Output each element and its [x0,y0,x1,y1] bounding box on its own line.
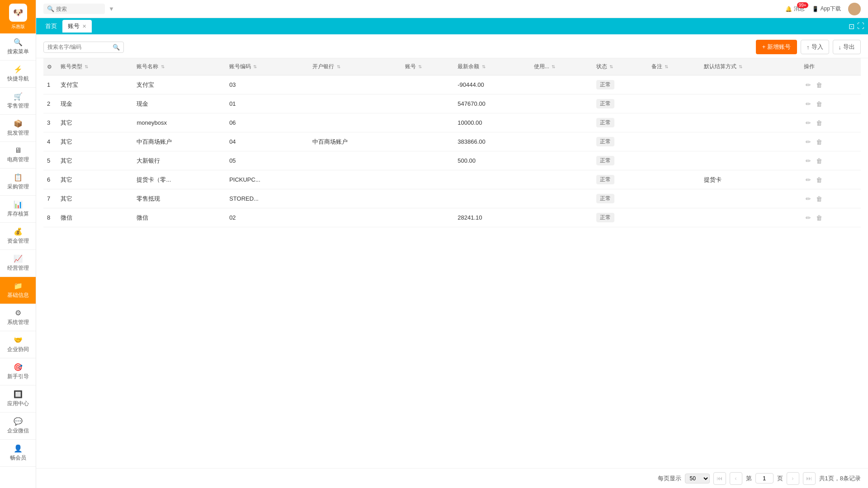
row-name: 零售抵现 [133,189,226,208]
message-button[interactable]: 🔔 消息 99+ [785,5,805,13]
edit-button[interactable]: ✏ [804,175,813,184]
table-row: 8 微信 微信 02 28241.10 正常 ✏ 🗑 [43,208,861,227]
tab-account[interactable]: 账号 ✕ [62,20,92,33]
row-no: 5 [43,151,57,170]
col-balance[interactable]: 最新余额 ⇅ [454,58,530,75]
row-balance: 547670.00 [454,94,530,113]
sidebar-item-搜索菜单[interactable]: 🔍搜索菜单 [0,33,36,61]
sidebar-item-快捷导航[interactable]: ⚡快捷导航 [0,61,36,88]
sidebar-item-零售管理[interactable]: 🛒零售管理 [0,88,36,115]
delete-button[interactable]: 🗑 [814,156,824,165]
app-download-button[interactable]: 📱 App下载 [812,5,841,13]
page-prev-btn[interactable]: ‹ [730,472,742,485]
col-status[interactable]: 状态 ⇅ [593,58,648,75]
row-code: 01 [226,94,309,113]
delete-button[interactable]: 🗑 [814,80,824,89]
delete-button[interactable]: 🗑 [814,213,824,222]
delete-button[interactable]: 🗑 [814,194,824,203]
col-account[interactable]: 账号 ⇅ [401,58,454,75]
col-gear[interactable]: ⚙ [43,58,57,75]
row-remark [648,170,700,189]
sidebar-item-经营管理[interactable]: 📈经营管理 [0,250,36,277]
col-default-payment[interactable]: 默认结算方式 ⇅ [700,58,800,75]
sidebar-item-批发管理[interactable]: 📦批发管理 [0,115,36,142]
import-button[interactable]: ↑ 导入 [801,40,829,54]
row-name: 现金 [133,94,226,113]
col-name[interactable]: 账号名称 ⇅ [133,58,226,75]
col-code[interactable]: 账号编码 ⇅ [226,58,309,75]
row-actions: ✏ 🗑 [800,170,861,189]
sidebar-label: 系统管理 [7,319,29,326]
sidebar-item-资金管理[interactable]: 💰资金管理 [0,223,36,250]
table-row: 2 现金 现金 01 547670.00 正常 ✏ 🗑 [43,94,861,113]
logo-area[interactable]: 🐶 乐惠版 [0,0,36,33]
sidebar-item-畅会员[interactable]: 👤畅会员 [0,440,36,467]
sidebar-label: 搜索菜单 [7,48,29,56]
sidebar-item-系统管理[interactable]: ⚙系统管理 [0,304,36,331]
add-account-button[interactable]: + 新增账号 [756,40,797,54]
delete-button[interactable]: 🗑 [814,99,824,108]
tab-home[interactable]: 首页 [40,20,62,33]
row-usage [530,113,593,132]
sidebar-item-电商管理[interactable]: 🖥电商管理 [0,142,36,169]
edit-button[interactable]: ✏ [804,137,813,146]
account-search-wrap[interactable]: 🔍 [43,42,124,53]
sidebar-icon: 📦 [14,119,23,128]
sidebar-item-企业微信[interactable]: 💬企业微信 [0,413,36,440]
edit-button[interactable]: ✏ [804,213,813,222]
tabbar: 首页 账号 ✕ ⊡ ⛶ [36,18,868,34]
sidebar-icon: 🛒 [14,92,23,101]
col-type[interactable]: 账号类型 ⇅ [57,58,133,75]
page-input[interactable] [755,473,774,483]
delete-button[interactable]: 🗑 [814,137,824,146]
edit-button[interactable]: ✏ [804,194,813,203]
sidebar-item-库存核算[interactable]: 📊库存核算 [0,196,36,223]
row-no: 3 [43,113,57,132]
top-search-input[interactable] [56,6,101,12]
export-button[interactable]: ↓ 导出 [833,40,861,54]
row-actions: ✏ 🗑 [800,189,861,208]
sidebar-item-应用中心[interactable]: 🔲应用中心 [0,385,36,413]
user-avatar[interactable] [848,3,861,15]
fullscreen-icon[interactable]: ⛶ [857,22,864,31]
restore-icon[interactable]: ⊡ [849,22,854,31]
delete-button[interactable]: 🗑 [814,175,824,184]
sidebar-icon: ⚡ [14,65,23,74]
top-search-bar[interactable]: 🔍 [43,4,105,14]
page-next-btn[interactable]: › [787,472,799,485]
col-bank[interactable]: 开户银行 ⇅ [309,58,401,75]
sidebar-item-采购管理[interactable]: 📋采购管理 [0,169,36,196]
row-default-payment [700,208,800,227]
gear-icon: ⚙ [47,64,52,70]
per-page-select[interactable]: 102050100 [685,474,710,483]
sidebar-item-企业协同[interactable]: 🤝企业协同 [0,331,36,358]
row-account [401,189,454,208]
row-name: 微信 [133,208,226,227]
edit-button[interactable]: ✏ [804,118,813,127]
edit-button[interactable]: ✏ [804,156,813,165]
row-no: 4 [43,132,57,151]
row-bank: 中百商场账户 [309,132,401,151]
row-code: 06 [226,113,309,132]
row-balance: 28241.10 [454,208,530,227]
col-remark[interactable]: 备注 ⇅ [648,58,700,75]
dropdown-icon[interactable]: ▼ [108,5,114,12]
page-last-btn[interactable]: ⏭ [803,472,816,485]
edit-button[interactable]: ✏ [804,99,813,108]
row-balance [454,189,530,208]
page-first-btn[interactable]: ⏮ [713,472,726,485]
edit-button[interactable]: ✏ [804,80,813,89]
status-badge: 正常 [596,175,614,184]
search-submit-icon[interactable]: 🔍 [113,44,120,51]
sidebar-item-新手引导[interactable]: 🎯新手引导 [0,358,36,385]
col-usage[interactable]: 使用... ⇅ [530,58,593,75]
topbar: 🔍 ▼ 🔔 消息 99+ 📱 App下载 [36,0,868,18]
row-type: 其它 [57,170,133,189]
logo-text: 乐惠版 [11,23,25,30]
status-badge: 正常 [596,99,614,108]
sidebar-item-基础信息[interactable]: 📁基础信息 [0,277,36,304]
tab-close-icon[interactable]: ✕ [82,23,86,29]
row-status: 正常 [593,113,648,132]
delete-button[interactable]: 🗑 [814,118,824,127]
account-search-input[interactable] [47,44,111,50]
